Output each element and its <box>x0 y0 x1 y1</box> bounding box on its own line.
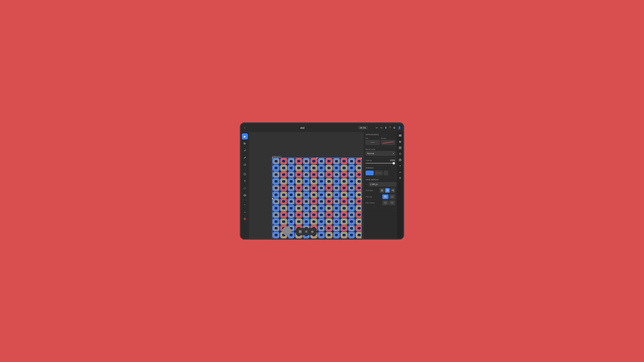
opacity-row: Opacity 100% <box>366 159 395 162</box>
header-actions: ↩ ↪ ⬆ ? ⚙ 👤 <box>376 126 401 129</box>
brush-tool[interactable] <box>242 216 248 222</box>
minus-tool[interactable]: − <box>242 202 248 208</box>
fill-label: Fill <box>366 137 380 139</box>
zoom-level[interactable]: 39.3% <box>358 126 368 130</box>
select-tool[interactable]: ▶ <box>242 133 248 139</box>
svg-rect-74 <box>399 135 401 135</box>
svg-point-79 <box>400 141 401 142</box>
svg-rect-73 <box>399 136 401 136</box>
stroke-dashed-btn[interactable] <box>375 171 383 175</box>
svg-point-1 <box>246 149 246 150</box>
blend-mode-row: Blend mode Normal Multiply Screen Overla… <box>366 148 395 156</box>
blend-mode-select[interactable]: Normal Multiply Screen Overlay <box>366 151 395 156</box>
svg-rect-64 <box>384 202 385 203</box>
handle-mr[interactable] <box>361 198 362 199</box>
fill-stroke-row: Fill Stroke <box>366 137 395 145</box>
right-icons-strip: T <box>397 132 403 239</box>
image-tool[interactable] <box>242 192 248 198</box>
right-panel: APPEARANCE Fill Stroke <box>364 132 397 239</box>
help-button[interactable]: ? <box>389 126 391 129</box>
anchor-tool[interactable]: ⊥ <box>242 209 248 215</box>
curve-icon-btn[interactable] <box>398 170 402 174</box>
back-button[interactable]: ‹ <box>243 125 246 130</box>
svg-rect-50 <box>388 189 388 190</box>
stroke-dashed-icon <box>376 173 381 173</box>
eraser-tool[interactable] <box>242 162 248 168</box>
toolbar-separator-2 <box>243 200 247 200</box>
text-tool[interactable]: T <box>242 178 248 184</box>
svg-rect-66 <box>386 202 387 203</box>
blend-mode-wrapper: Normal Multiply Screen Overlay <box>366 151 395 156</box>
grid-view-btn[interactable] <box>298 229 303 234</box>
stroke-solid-btn[interactable] <box>366 171 374 175</box>
svg-rect-81 <box>399 147 400 148</box>
svg-rect-67 <box>386 203 387 204</box>
grid-repeat-title: GRID REPEAT <box>366 179 395 181</box>
device: ‹ obd 39.3% ↩ ↪ ⬆ ? ⚙ 👤 ▶ <box>240 122 404 240</box>
stroke-swatch[interactable] <box>381 140 395 145</box>
grid-fields: ↔ ↕ <box>366 182 395 186</box>
svg-rect-54 <box>393 189 394 190</box>
direct-select-tool[interactable] <box>242 140 248 146</box>
grid-type-2[interactable] <box>385 188 390 193</box>
svg-rect-53 <box>392 190 392 191</box>
svg-rect-39 <box>300 230 301 231</box>
svg-point-86 <box>400 160 401 161</box>
svg-rect-41 <box>300 232 301 233</box>
round-button[interactable] <box>282 227 291 235</box>
svg-rect-72 <box>399 135 401 136</box>
stroke-solid-icon <box>367 173 372 173</box>
opacity-fill <box>366 163 395 164</box>
settings2-icon-btn[interactable] <box>398 176 402 180</box>
svg-rect-60 <box>391 196 392 197</box>
svg-rect-61 <box>391 197 392 198</box>
profile-button[interactable]: 👤 <box>398 126 401 129</box>
undo-button[interactable]: ↩ <box>376 126 378 129</box>
opacity-slider[interactable] <box>366 163 395 164</box>
fill-swatch[interactable] <box>366 140 380 145</box>
grid-width-input[interactable] <box>369 182 396 186</box>
camera-icon-btn[interactable] <box>398 158 402 162</box>
grid-type-1[interactable] <box>380 188 384 193</box>
grid-icon-btn[interactable] <box>398 145 402 150</box>
share-button[interactable]: ⬆ <box>385 126 387 129</box>
list-view-btn[interactable] <box>304 229 309 234</box>
adjust-icon-btn[interactable] <box>398 139 402 144</box>
pencil-tool[interactable] <box>242 155 248 161</box>
svg-rect-37 <box>272 158 362 239</box>
svg-rect-52 <box>388 191 388 191</box>
svg-rect-70 <box>392 202 394 203</box>
svg-point-3 <box>244 173 246 175</box>
ellipse-tool[interactable] <box>242 171 248 177</box>
opacity-label: Opacity <box>366 159 372 161</box>
text-icon-btn[interactable]: T <box>398 164 402 168</box>
grid-type-3[interactable] <box>390 188 395 193</box>
crop-tool[interactable] <box>242 185 248 191</box>
left-toolbar: ▶ T − ⊥ <box>241 132 249 239</box>
settings-button[interactable]: ⚙ <box>393 126 396 129</box>
layers-view-btn[interactable] <box>310 229 315 234</box>
svg-rect-57 <box>384 197 385 198</box>
svg-point-80 <box>400 142 400 143</box>
svg-point-87 <box>400 177 401 178</box>
flip-row: Flip row <box>366 194 395 199</box>
canvas-area[interactable]: Artboard 1 <box>249 132 364 239</box>
svg-rect-84 <box>400 148 401 149</box>
flip-col-btn-1[interactable] <box>382 200 388 205</box>
flip-row-label: Flip row <box>366 196 372 198</box>
pen-tool[interactable] <box>242 147 248 153</box>
flip-row-btn-1[interactable] <box>382 194 388 199</box>
layers-icon-btn[interactable] <box>398 133 402 138</box>
opacity-thumb[interactable] <box>392 162 395 165</box>
artboard[interactable] <box>272 158 362 239</box>
flip-row-btn-2[interactable] <box>389 194 395 199</box>
svg-rect-65 <box>384 203 385 204</box>
svg-rect-45 <box>381 189 382 190</box>
svg-rect-46 <box>382 189 383 190</box>
flip-col-btn-2[interactable] <box>389 200 395 205</box>
svg-marker-0 <box>244 142 246 144</box>
transform-icon-btn[interactable] <box>398 151 402 156</box>
stroke-value-btn[interactable]: -- <box>384 171 388 175</box>
redo-button[interactable]: ↪ <box>380 126 382 129</box>
stroke-options: -- <box>366 171 395 175</box>
